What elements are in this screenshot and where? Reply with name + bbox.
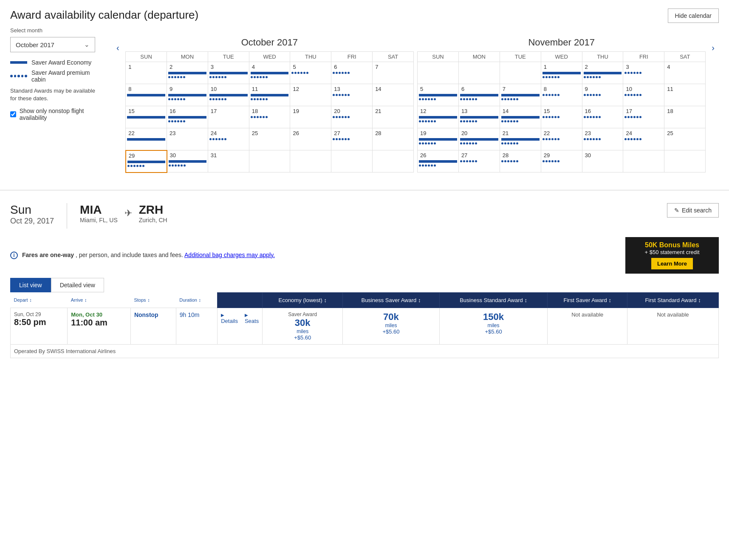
calendar-cell[interactable]: 25 [664, 128, 706, 150]
calendar-cell[interactable]: 9 [167, 84, 208, 106]
calendar-cell[interactable]: 7 [373, 62, 414, 84]
fares-link[interactable]: Additional bag charges may apply. [184, 252, 275, 258]
tab-detailed-view[interactable]: Detailed view [51, 278, 104, 292]
calendar-cell[interactable]: 20 [458, 128, 500, 150]
calendar-cell[interactable]: 29 [126, 150, 167, 173]
calendar-cell[interactable]: 12 [418, 106, 459, 128]
calendar-cell[interactable]: 18 [249, 106, 290, 128]
calendar-cell[interactable]: 17 [208, 106, 249, 128]
calendar-cell[interactable]: 25 [249, 128, 290, 150]
calendar-cell[interactable]: 29 [541, 150, 582, 173]
calendar-cell[interactable]: 19 [418, 128, 459, 150]
calendar-cell[interactable]: 3 [623, 62, 664, 84]
calendar-cell[interactable]: 15 [126, 106, 167, 128]
calendar-cell[interactable]: 9 [582, 84, 623, 106]
calendar-cell[interactable]: 1 [126, 62, 167, 84]
calendar-cell[interactable]: 5 [418, 84, 459, 106]
calendar-cell[interactable]: 6 [458, 84, 500, 106]
calendar-cell[interactable]: 18 [664, 106, 706, 128]
day-number: 16 [168, 107, 207, 115]
calendar-cell[interactable]: 30 [167, 150, 208, 173]
availability-dots [501, 119, 540, 123]
calendar-cell[interactable]: 5 [290, 62, 331, 84]
calendar-cell[interactable]: 27 [331, 128, 373, 150]
next-month-button[interactable]: › [707, 41, 719, 54]
availability-dots [542, 75, 581, 79]
availability-bar [419, 160, 457, 163]
pencil-icon: ✎ [674, 207, 679, 214]
calendar-cell[interactable]: 28 [373, 128, 414, 150]
availability-dots [168, 75, 207, 79]
calendar-cell[interactable]: 12 [290, 84, 331, 106]
calendar-cell[interactable]: 4 [249, 62, 290, 84]
calendar-cell[interactable]: 4 [664, 62, 706, 84]
availability-bar [127, 116, 165, 119]
calendar-cell[interactable]: 11 [249, 84, 290, 106]
calendar-cell[interactable]: 3 [208, 62, 249, 84]
availability-dots [332, 71, 371, 75]
calendar-cell[interactable]: 7 [500, 84, 541, 106]
calendar-cell[interactable]: 17 [623, 106, 664, 128]
calendar-cell[interactable]: 10 [208, 84, 249, 106]
calendar-cell[interactable]: 2 [582, 62, 623, 84]
edit-search-button[interactable]: ✎ Edit search [667, 203, 719, 218]
calendar-cell[interactable]: 13 [331, 84, 373, 106]
calendar-cell[interactable]: 15 [541, 106, 582, 128]
hide-calendar-button[interactable]: Hide calendar [668, 8, 719, 23]
business-saver-miles: 70k [346, 311, 435, 322]
calendar-cell[interactable]: 21 [373, 106, 414, 128]
calendar-cell[interactable]: 14 [500, 106, 541, 128]
calendar-cell[interactable]: 14 [373, 84, 414, 106]
calendar-cell[interactable]: 13 [458, 106, 500, 128]
calendar-cell[interactable]: 16 [582, 106, 623, 128]
calendar-cell[interactable]: 1 [541, 62, 582, 84]
calendar-cell[interactable]: 26 [418, 150, 459, 173]
calendar-cell[interactable]: 19 [290, 106, 331, 128]
learn-more-button[interactable]: Learn More [651, 258, 693, 269]
calendar-cell[interactable]: 21 [500, 128, 541, 150]
availability-dots [168, 97, 207, 101]
calendar-cell[interactable]: 6 [331, 62, 373, 84]
calendar-cell[interactable]: 24 [623, 128, 664, 150]
day-number: 1 [542, 63, 581, 71]
calendar-cell[interactable]: 23 [582, 128, 623, 150]
legend-economy-label: Saver Award Economy [31, 59, 91, 66]
month-dropdown[interactable]: October 2017 ⌄ [10, 37, 95, 52]
details-link[interactable]: Details [221, 311, 238, 324]
day-number: 10 [624, 85, 663, 93]
day-number: 11 [250, 85, 289, 93]
calendar-cell[interactable]: 31 [208, 150, 249, 173]
calendar-cell[interactable]: 10 [623, 84, 664, 106]
calendar-cell[interactable]: 8 [541, 84, 582, 106]
calendar-cell[interactable]: 16 [167, 106, 208, 128]
calendar-cell[interactable]: 30 [582, 150, 623, 173]
calendar-cell[interactable]: 2 [167, 62, 208, 84]
calendar-cell[interactable]: 27 [458, 150, 500, 173]
nonstop-checkbox[interactable] [10, 111, 16, 118]
col-depart-header[interactable]: Depart ↕ [11, 292, 68, 308]
business-standard-fee: +$5.60 [443, 328, 544, 335]
calendar-cell[interactable]: 20 [331, 106, 373, 128]
nonstop-check[interactable]: Show only nonstop flight availability [10, 107, 99, 121]
calendar-cell[interactable]: 22 [126, 128, 167, 150]
calendar-cell[interactable]: 26 [290, 128, 331, 150]
calendar-cell[interactable]: 28 [500, 150, 541, 173]
col-duration-header[interactable]: Duration ↕ [176, 292, 217, 308]
tab-list-view[interactable]: List view [10, 278, 51, 292]
calendar-cell[interactable]: 8 [126, 84, 167, 106]
calendar-cell[interactable]: 22 [541, 128, 582, 150]
calendar-cell[interactable]: 23 [167, 128, 208, 150]
day-number: 11 [665, 85, 704, 93]
col-stops-header[interactable]: Stops ↕ [130, 292, 176, 308]
calendar-day-header: SAT [373, 52, 414, 62]
prev-month-button[interactable]: ‹ [112, 41, 124, 54]
calendar-cell[interactable]: 24 [208, 128, 249, 150]
day-number: 30 [168, 151, 207, 159]
seats-link[interactable]: Seats [245, 311, 259, 324]
flight-day: Sun [10, 203, 54, 217]
day-number: 2 [168, 63, 207, 71]
calendar-cell[interactable]: 11 [664, 84, 706, 106]
availability-dots [542, 137, 581, 141]
availability-dots [250, 115, 289, 119]
col-arrive-header[interactable]: Arrive ↕ [68, 292, 131, 308]
